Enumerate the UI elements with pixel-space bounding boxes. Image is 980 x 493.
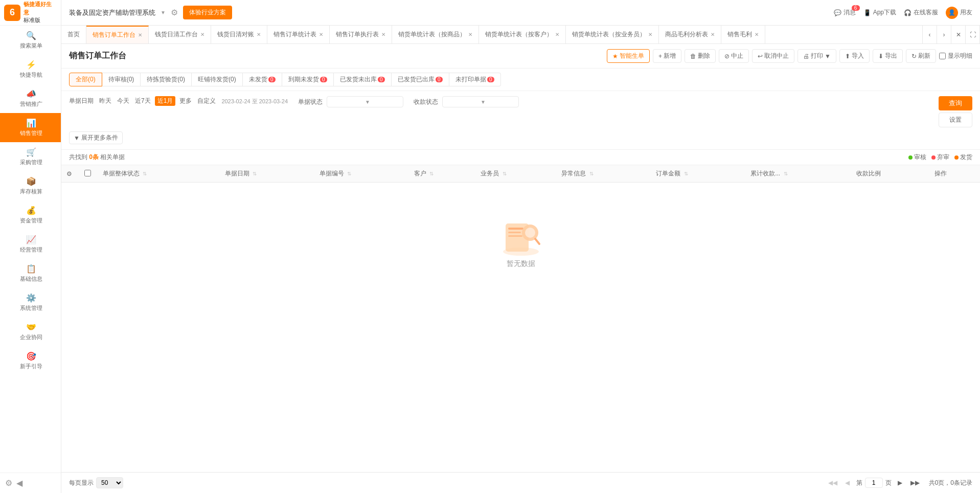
app-download-item[interactable]: 📱 App下载 bbox=[863, 8, 896, 17]
date-btn-yesterday[interactable]: 昨天 bbox=[98, 96, 113, 106]
first-page-btn[interactable]: ◀◀ bbox=[827, 477, 839, 489]
stop-btn[interactable]: ⊘ 中止 bbox=[719, 49, 749, 63]
prev-page-btn[interactable]: ◀ bbox=[841, 477, 854, 489]
tab-gross-profit[interactable]: 商品毛利分析表✕ bbox=[659, 26, 721, 44]
tab-close-gross-profit[interactable]: ✕ bbox=[711, 32, 715, 37]
expand-conditions-btn[interactable]: ▼ 展开更多条件 bbox=[69, 131, 123, 144]
date-btn-more[interactable]: 更多 bbox=[178, 96, 193, 106]
tab-close-sales-stats[interactable]: ✕ bbox=[319, 32, 323, 37]
tab-close-sales-product-stats[interactable]: ✕ bbox=[468, 32, 472, 37]
tab-sales-more[interactable]: 销售毛利✕ bbox=[721, 26, 765, 44]
sub-tab-all[interactable]: 全部(0) bbox=[69, 73, 102, 86]
export-btn[interactable]: ⬇ 导出 bbox=[873, 49, 903, 63]
page-size-select[interactable]: 10 20 50 100 bbox=[96, 477, 123, 488]
tab-close-sales-more[interactable]: ✕ bbox=[755, 32, 759, 37]
sidebar-item-quick-nav[interactable]: ⚡快捷导航 bbox=[0, 55, 61, 84]
select-all-checkbox[interactable] bbox=[84, 170, 91, 176]
search-btn[interactable]: 查询 bbox=[939, 96, 972, 110]
set-btn[interactable]: 设置 bbox=[939, 113, 972, 127]
user-item[interactable]: 👤 用友 bbox=[946, 7, 972, 19]
page-header: 销售订单工作台 ★ 智能生单 + 新增 🗑 删除 ⊘ bbox=[61, 44, 980, 69]
date-btn-custom[interactable]: 自定义 bbox=[196, 96, 217, 106]
tab-close-all-btn[interactable]: ✕ bbox=[951, 26, 966, 44]
sub-tab-label-pending-review: 待审核(0) bbox=[108, 76, 134, 83]
sub-tab-label-shipped-out: 已发货已出库 bbox=[398, 76, 435, 83]
tab-sales-execute[interactable]: 销售订单执行表✕ bbox=[330, 26, 392, 44]
sidebar-nav: 🔍搜索菜单⚡快捷导航📣营销推广📊销售管理🛒采购管理📦库存核算💰资金管理📈经营管理… bbox=[0, 26, 61, 375]
page-number-input[interactable] bbox=[865, 478, 883, 488]
print-btn[interactable]: 🖨 打印 ▼ bbox=[797, 49, 836, 63]
cancel-stop-btn[interactable]: ↩ 取消中止 bbox=[752, 49, 794, 63]
sub-tab-pending-inspection[interactable]: 待拣货验货(0) bbox=[141, 73, 192, 86]
cancel-review-label: 弃审 bbox=[937, 153, 949, 162]
tab-fullscreen-btn[interactable]: ⛶ bbox=[966, 26, 980, 44]
sidebar-item-purchase[interactable]: 🛒采购管理 bbox=[0, 142, 61, 171]
th-settings[interactable]: ⚙ bbox=[61, 165, 77, 183]
tab-close-sales-customer-stats[interactable]: ✕ bbox=[555, 32, 559, 37]
ship-action-btn[interactable]: 发货 bbox=[954, 153, 972, 162]
topbar-gear-icon[interactable]: ⚙ bbox=[171, 8, 178, 17]
total-count: 0条 bbox=[89, 153, 99, 161]
review-action-btn[interactable]: 审核 bbox=[908, 153, 926, 162]
tab-close-sales-execute[interactable]: ✕ bbox=[381, 32, 385, 37]
sidebar-item-search[interactable]: 🔍搜索菜单 bbox=[0, 26, 61, 55]
tab-close-sales-staff-stats[interactable]: ✕ bbox=[648, 32, 652, 37]
date-btn-7days[interactable]: 近7天 bbox=[133, 96, 152, 106]
show-detail-checkbox[interactable] bbox=[939, 53, 946, 59]
message-item[interactable]: 💬 6 消息 bbox=[834, 8, 856, 17]
payment-status-select[interactable]: ▼ bbox=[442, 96, 519, 107]
tab-close-cash-daily[interactable]: ✕ bbox=[200, 32, 204, 37]
sub-tab-unshipped[interactable]: 未发货0 bbox=[243, 73, 282, 86]
collapse-icon[interactable]: ◀ bbox=[16, 478, 22, 488]
date-range-display: 2023-02-24 至 2023-03-24 bbox=[221, 98, 288, 105]
doc-status-value bbox=[331, 98, 365, 105]
tab-sales-workbench[interactable]: 销售订单工作台✕ bbox=[86, 26, 149, 44]
sub-tab-unprinted[interactable]: 未打印单据0 bbox=[449, 73, 501, 86]
refresh-btn[interactable]: ↻ 刷新 bbox=[906, 49, 936, 63]
sidebar-item-finance[interactable]: 💰资金管理 bbox=[0, 200, 61, 230]
delete-btn[interactable]: 🗑 删除 bbox=[685, 49, 716, 63]
tab-scroll-left-btn[interactable]: ‹ bbox=[923, 26, 937, 44]
sub-tab-overdue-unshipped[interactable]: 到期未发货0 bbox=[282, 73, 334, 86]
sidebar-item-inventory[interactable]: 📦库存核算 bbox=[0, 171, 61, 200]
system-dropdown[interactable]: ▼ bbox=[161, 10, 166, 15]
date-btn-1month[interactable]: 近1月 bbox=[155, 96, 176, 106]
sidebar-item-marketing[interactable]: 📣营销推广 bbox=[0, 84, 61, 113]
sidebar-item-cooperation[interactable]: 🤝企业协同 bbox=[0, 317, 61, 346]
tab-close-sales-workbench[interactable]: ✕ bbox=[138, 32, 142, 38]
online-service-item[interactable]: 🎧 在线客服 bbox=[904, 8, 938, 17]
payment-status-filter: 收款状态 ▼ bbox=[414, 96, 519, 107]
sub-tab-shipped-out[interactable]: 已发货已出库0 bbox=[392, 73, 449, 86]
import-icon: ⬆ bbox=[845, 53, 850, 60]
tab-close-cash-reconcile[interactable]: ✕ bbox=[257, 32, 261, 37]
sub-tab-shipped-not-out[interactable]: 已发货未出库0 bbox=[334, 73, 392, 86]
th-checkbox[interactable] bbox=[77, 165, 98, 183]
tab-home[interactable]: 首页 bbox=[61, 26, 86, 44]
settings-icon[interactable]: ⚙ bbox=[5, 478, 12, 488]
tab-cash-daily[interactable]: 钱货日清工作台✕ bbox=[149, 26, 211, 44]
tab-sales-staff-stats[interactable]: 销货单统计表（按业务员）✕ bbox=[566, 26, 659, 44]
tab-sales-product-stats[interactable]: 销货单统计表（按商品）✕ bbox=[392, 26, 479, 44]
sidebar-item-system[interactable]: ⚙️系统管理 bbox=[0, 288, 61, 317]
doc-status-select[interactable]: ▼ bbox=[327, 96, 403, 107]
tab-sales-stats[interactable]: 销售订单统计表✕ bbox=[267, 26, 330, 44]
sidebar-item-operations[interactable]: 📈经营管理 bbox=[0, 230, 61, 259]
export-label: 导出 bbox=[885, 52, 897, 60]
next-page-btn[interactable]: ▶ bbox=[894, 477, 906, 489]
tab-scroll-right-btn[interactable]: › bbox=[937, 26, 951, 44]
add-btn[interactable]: + 新增 bbox=[653, 49, 681, 63]
tab-cash-reconcile[interactable]: 钱货日清对账✕ bbox=[211, 26, 267, 44]
cancel-review-action-btn[interactable]: 弃审 bbox=[931, 153, 949, 162]
smart-gen-btn[interactable]: ★ 智能生单 bbox=[607, 49, 650, 63]
sidebar-item-sales[interactable]: 📊销售管理 bbox=[0, 113, 61, 142]
tab-sales-customer-stats[interactable]: 销货单统计表（按客户）✕ bbox=[479, 26, 566, 44]
sidebar-item-basic-info[interactable]: 📋基础信息 bbox=[0, 259, 61, 288]
import-btn[interactable]: ⬆ 导入 bbox=[839, 49, 870, 63]
last-page-btn[interactable]: ▶▶ bbox=[909, 477, 921, 489]
sidebar-item-guide[interactable]: 🎯新手引导 bbox=[0, 346, 61, 375]
show-detail-label[interactable]: 显示明细 bbox=[939, 52, 972, 60]
industry-btn[interactable]: 体验行业方案 bbox=[183, 6, 232, 19]
sub-tab-pending-review[interactable]: 待审核(0) bbox=[102, 73, 141, 86]
date-btn-today[interactable]: 今天 bbox=[116, 96, 131, 106]
sub-tab-wangpu-pending-ship[interactable]: 旺铺待发货(0) bbox=[192, 73, 243, 86]
